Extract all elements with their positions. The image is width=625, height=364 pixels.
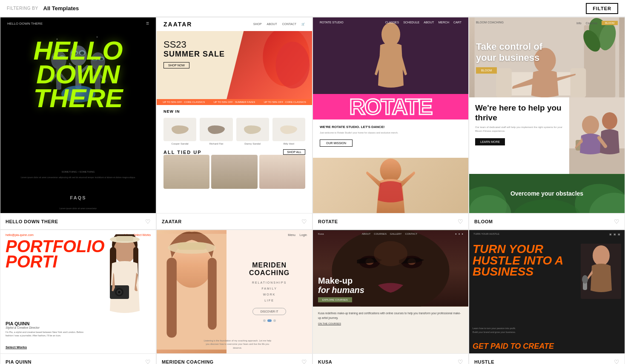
template-preview-pia-quinn: hello@pia-quinn.com Info Select Works PO… [0, 230, 156, 353]
meriden-topics: RELATIONSHIPSFAMILYWORKLIFE [252, 280, 287, 304]
template-footer-hello-down-there: HELLO DOWN THERE ♡ [0, 213, 156, 229]
svg-point-40 [582, 116, 599, 134]
template-card-kusa[interactable]: Kusa ABOUT COURSES GALLERY CONTACT ● ● ● [312, 230, 469, 364]
zaatar-product-name-4: Billy Heel [272, 142, 305, 145]
hustle-person-svg [581, 244, 621, 299]
heart-icon-rotate[interactable]: ♡ [458, 218, 463, 225]
template-footer-meriden: MERIDEN COACHING ♡ [157, 353, 312, 364]
rotate-nav-classes: CLASSES [385, 21, 399, 24]
hustle-nav-icons: ▣ ▣ ▣ [609, 233, 620, 236]
zaatar-product-name-1: Cooper Sandal [163, 142, 196, 145]
template-preview-rotate: ROTATE STUDIO CLASSES SCHEDULE ABOUT MER… [313, 17, 468, 213]
heart-icon-meriden[interactable]: ♡ [301, 358, 307, 364]
pia-select-works-link[interactable]: Select Works [6, 345, 27, 349]
pia-email: hello@pia-quinn.com [6, 233, 34, 236]
bloom-middle-section: We're here to help you thrive Our team o… [469, 97, 625, 174]
bloom-start-button[interactable]: BLOOM [602, 21, 618, 25]
zaatar-nav: ZAATAR SHOP ABOUT CONTACT 🛒 [157, 17, 312, 31]
kusa-description-section: Kusa redefines make-up training and cert… [313, 307, 468, 329]
pia-bio: I'm Pia, a stylist and creative based be… [6, 330, 86, 338]
bloom-middle-text: We're here to help you thrive Our team o… [469, 97, 569, 174]
heart-icon-zaatar[interactable]: ♡ [301, 218, 307, 225]
bloom-overcome-text: Overcome your obstacles [510, 190, 583, 197]
bloom-learn-more-button[interactable]: LEARN MORE [475, 138, 505, 145]
hustle-main-text: TURN YOURHUSTLE INTO ABUSINESS [473, 244, 578, 278]
filter-button[interactable]: FILTER [586, 3, 618, 14]
promo-3: UP TO 50% OFF · CORE CLASSICS [264, 101, 306, 103]
svg-point-73 [593, 245, 610, 266]
zaatar-products-grid: Cooper Sandal Richard Flat Danny Sandal … [157, 118, 312, 145]
rotate-nav-logo: ROTATE STUDIO [320, 21, 344, 24]
template-footer-bloom: BLOOM ♡ [469, 213, 625, 229]
heart-icon-hello-down-there[interactable]: ♡ [145, 218, 151, 225]
templates-grid-row1: HELLO DOWN THERE ☰ [0, 17, 625, 230]
kusa-makeup-text-block: Make-up for humans EXPLORE COURSES [318, 276, 364, 302]
heart-icon-bloom[interactable]: ♡ [614, 218, 619, 225]
template-card-rotate[interactable]: ROTATE STUDIO CLASSES SCHEDULE ABOUT MER… [312, 17, 469, 230]
template-card-meriden[interactable]: Menu Login MERIDEN COACHING RELATIONSHIP… [156, 230, 312, 364]
kusa-makeup-text2: for humans [318, 285, 364, 295]
zaatar-logo: ZAATAR [163, 21, 192, 28]
svg-rect-35 [571, 68, 586, 97]
bloom-take-control-heading: Take control of your business [476, 41, 548, 64]
hustle-person-image [581, 244, 621, 299]
pia-info: PIA QUINN Stylist & Creative Director I'… [6, 321, 86, 338]
kusa-nav-icons: ● ● ● [455, 233, 463, 235]
kusa-nav: Kusa ABOUT COURSES GALLERY CONTACT ● ● ● [313, 230, 468, 238]
meriden-title: MERIDEN COACHING [232, 262, 307, 276]
pia-person-title: Stylist & Creative Director [6, 326, 86, 329]
svg-point-25 [276, 42, 310, 88]
zaatar-collection-title: ALL TIED UP [163, 150, 202, 155]
hdt-nav: HELLO DOWN THERE ☰ [0, 17, 156, 30]
kusa-hero-section: Kusa ABOUT COURSES GALLERY CONTACT ● ● ● [313, 230, 468, 307]
hdt-bottom-text: Lorem ipsum dolor sit amet consectetur [0, 207, 156, 210]
hustle-get-paid: GET PAID TO CREATE [473, 342, 554, 350]
meriden-hero-image [157, 230, 226, 353]
svg-rect-53 [116, 236, 133, 241]
bloom-nav: BLOOM COACHING Info Coaches BLOOM [469, 17, 625, 28]
hello-down-there-preview: HELLO DOWN THERE ☰ [0, 17, 156, 213]
heart-icon-pia[interactable]: ♡ [145, 358, 151, 364]
hustle-main-content: TURN YOURHUSTLE INTO ABUSINESS [469, 240, 625, 302]
zaatar-shop-btn[interactable]: SHOP NOW [163, 62, 189, 68]
zaatar-col-img-3 [259, 155, 305, 189]
svg-point-75 [582, 275, 588, 284]
rotate-cta-button[interactable]: OUR MISSION [320, 139, 353, 147]
template-card-bloom[interactable]: BLOOM COACHING Info Coaches BLOOM [469, 17, 625, 230]
kusa-nav-courses: COURSES [374, 233, 387, 235]
dot-1 [263, 319, 266, 322]
template-card-hustle[interactable]: TURN YOUR HUSTLE ▣ ▣ ▣ TURN YOURHUSTLE I… [469, 230, 625, 364]
heart-icon-hustle[interactable]: ♡ [614, 358, 619, 364]
zaatar-hero-image [226, 31, 312, 99]
heart-icon-kusa[interactable]: ♡ [458, 358, 463, 364]
bloom-logo: BLOOM COACHING [476, 21, 504, 25]
zaatar-nav-links: SHOP ABOUT CONTACT 🛒 [253, 23, 305, 26]
hustle-icon-1: ▣ [609, 233, 612, 236]
template-card-hello-down-there[interactable]: HELLO DOWN THERE ☰ [0, 17, 156, 230]
template-preview-bloom: BLOOM COACHING Info Coaches BLOOM [469, 17, 625, 213]
rotate-nav-links: CLASSES SCHEDULE ABOUT MERCH CART [385, 21, 462, 24]
meriden-discover-button[interactable]: DISCOVER IT [252, 308, 287, 315]
svg-rect-64 [178, 243, 206, 250]
template-card-pia-quinn[interactable]: hello@pia-quinn.com Info Select Works PO… [0, 230, 156, 364]
zaatar-cart-icon: 🛒 [301, 23, 305, 26]
rotate-nav-about: ABOUT [424, 21, 434, 24]
template-name-meriden: MERIDEN COACHING [162, 359, 214, 364]
zaatar-new-in: NEW IN [157, 105, 312, 118]
template-name-hello-down-there: HELLO DOWN THERE [6, 219, 58, 224]
bloom-bottom-section: Overcome your obstacles [469, 174, 625, 213]
hdt-nav-right: ☰ [146, 22, 149, 26]
bloom-hero-cta[interactable]: BLOOM [476, 67, 497, 74]
pia-preview-inner: hello@pia-quinn.com Info Select Works PO… [0, 230, 156, 353]
template-preview-zaatar: ZAATAR SHOP ABOUT CONTACT 🛒 SS23 SUMMER … [157, 17, 312, 213]
zaatar-product-1: Cooper Sandal [163, 118, 196, 145]
hustle-icon-3: ▣ [618, 233, 620, 236]
template-card-zaatar[interactable]: ZAATAR SHOP ABOUT CONTACT 🛒 SS23 SUMMER … [156, 17, 312, 230]
template-name-kusa: KUSA [318, 359, 332, 364]
svg-point-41 [602, 112, 617, 129]
template-footer-kusa: KUSA ♡ [313, 353, 468, 364]
kusa-cta-link[interactable]: ON THE COURSES [318, 322, 463, 325]
kusa-explore-button[interactable]: EXPLORE COURSES [318, 297, 352, 302]
all-templates-label: All Templates [43, 5, 79, 11]
zaatar-product-img-4 [272, 118, 305, 141]
